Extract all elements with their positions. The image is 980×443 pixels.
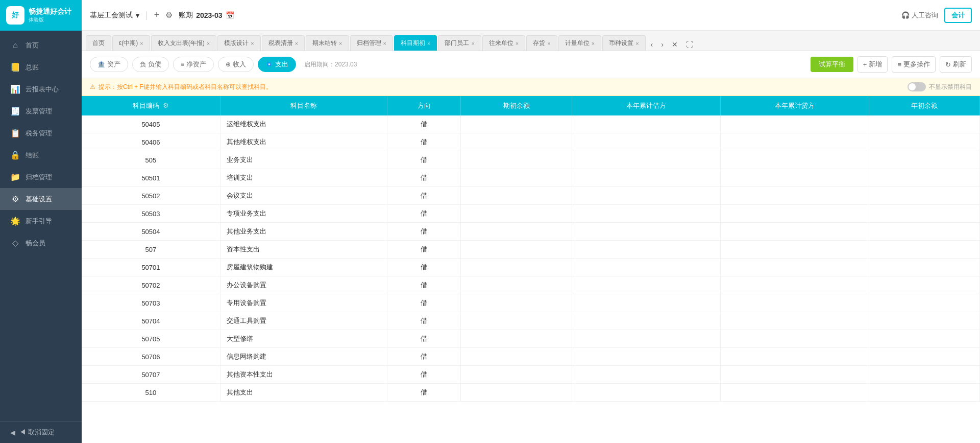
table-row[interactable]: 50502 会议支出 借 [82,187,980,205]
tab-close-icon[interactable]: × [547,40,550,46]
sidebar-item-member[interactable]: ◇畅会员 [0,232,82,254]
sidebar-item-guide[interactable]: 🌟新手引导 [0,210,82,232]
tab-label: 科目期初 [401,39,425,48]
col-ytd-debit: 本年累计借方 [572,96,720,115]
sidebar-item-close[interactable]: 🔒结账 [0,144,82,166]
tab-科目期初[interactable]: 科目期初× [394,35,437,51]
table-row[interactable]: 50702 办公设备购置 借 [82,276,980,294]
sidebar-item-home[interactable]: ⌂首页 [0,35,82,56]
tab-收入支出表年报[interactable]: 收入支出表(年报)× [151,35,216,51]
add-project-icon[interactable]: + [154,10,160,20]
tab-归档管理[interactable]: 归档管理× [350,35,393,51]
table-row[interactable]: 50504 其他业务支出 借 [82,223,980,241]
expense-subtab-icon: 💠 [265,61,273,68]
tab-close-icon[interactable]: × [339,40,342,46]
subtab-income[interactable]: ⊕收入 [218,57,254,72]
tab-close-icon[interactable]: × [207,40,210,46]
table-row[interactable]: 50706 信息网络购建 借 [82,348,980,366]
tab-close-icon[interactable]: × [383,40,386,46]
table-row[interactable]: 50405 运维维权支出 借 [82,115,980,133]
table-row[interactable]: 50406 其他维权支出 借 [82,133,980,151]
sidebar-item-report[interactable]: 📊云报表中心 [0,78,82,100]
tab-close-icon[interactable]: × [516,40,519,46]
consult-button[interactable]: 🎧 人工咨询 [901,11,938,20]
table-header-row: 科目编码 ⚙ 科目名称 方向 期初余额 本年累计借方 本年累计贷方 年初余额 [82,96,980,115]
sidebar-item-ledger[interactable]: 📒总账 [0,56,82,78]
tab-计量单位[interactable]: 计量单位× [558,35,601,51]
cell-ytd-credit [720,259,869,276]
sidebar-item-basic[interactable]: ⚙基础设置 [0,188,82,210]
subtab-liability[interactable]: 负负债 [132,57,169,72]
logo: 好 畅捷通好会计 体验版 [0,0,82,31]
table-row[interactable]: 50707 其他资本性支出 借 [82,366,980,384]
project-selector[interactable]: 基层工会测试 ▾ [90,11,139,20]
tab-label: 往来单位 [489,39,513,48]
cell-code: 50406 [82,133,220,151]
calc-balance-button[interactable]: 试算平衡 [811,57,853,72]
cell-name: 大型修缮 [220,330,387,348]
cell-direction: 借 [387,205,461,223]
table-row[interactable]: 50503 专项业务支出 借 [82,205,980,223]
disable-toggle[interactable] [908,82,926,91]
table-row[interactable]: 50501 培训支出 借 [82,169,980,187]
tab-close-all[interactable]: ✕ [668,38,682,51]
cell-name: 培训支出 [220,169,387,187]
tab-部门员工[interactable]: 部门员工× [438,35,481,51]
tab-close-icon[interactable]: × [592,40,595,46]
table-row[interactable]: 50703 专用设备购置 借 [82,294,980,312]
tab-close-icon[interactable]: × [140,40,143,46]
tab-期末结转[interactable]: 期末结转× [306,35,349,51]
refresh-icon: ↻ [945,61,951,68]
tab-币种设置[interactable]: 币种设置× [602,35,645,51]
tab-close-icon[interactable]: × [471,40,474,46]
refresh-button[interactable]: ↻ 刷新 [940,56,972,73]
netasset-subtab-label: 净资产 [186,60,206,69]
tab-nav-left[interactable]: ‹ [647,38,657,51]
table-row[interactable]: 50704 交通工具购置 借 [82,312,980,330]
tab-close-icon[interactable]: × [251,40,254,46]
invoice-label: 发票管理 [26,107,52,116]
table-row[interactable]: 507 资本性支出 借 [82,241,980,259]
settings-icon[interactable]: ⚙ [165,10,173,20]
cell-code: 50703 [82,294,220,312]
more-actions-button[interactable]: ≡ 更多操作 [892,56,936,73]
subtab-actions: 试算平衡 + 新增 ≡ 更多操作 ↻ 刷新 [811,56,972,73]
tab-存货[interactable]: 存货× [526,35,557,51]
logo-text: 畅捷通好会计 体验版 [29,7,71,24]
tab-close-icon[interactable]: × [427,40,430,46]
add-button[interactable]: + 新增 [857,56,888,73]
tab-税表清册[interactable]: 税表清册× [262,35,305,51]
cell-year-opening [869,276,979,294]
cell-ytd-credit [720,115,869,133]
column-settings-icon[interactable]: ⚙ [163,102,169,109]
sidebar-item-invoice[interactable]: 🧾发票管理 [0,100,82,122]
tab-close-icon[interactable]: × [635,40,639,46]
sidebar-item-archive[interactable]: 📁归档管理 [0,166,82,188]
table-row[interactable]: 505 业务支出 借 [82,151,980,169]
tab-中期[interactable]: ε(中期)× [112,35,150,51]
tab-expand[interactable]: ⛶ [682,38,697,51]
subtab-expense[interactable]: 💠支出 [258,57,296,72]
tab-模版设计[interactable]: 模版设计× [217,35,260,51]
tab-label: ε(中期) [119,39,138,48]
table-row[interactable]: 510 其他支出 借 [82,384,980,402]
table-row[interactable]: 50705 大型修缮 借 [82,330,980,348]
cell-ytd-debit [572,294,720,312]
subtab-netasset[interactable]: ≡净资产 [173,57,214,72]
headset-icon: 🎧 [901,11,910,19]
sidebar-item-tax[interactable]: 📋税务管理 [0,122,82,144]
account-button[interactable]: 会计 [944,8,972,23]
table-row[interactable]: 50701 房屋建筑物购建 借 [82,259,980,276]
calendar-icon[interactable]: 📅 [226,11,234,19]
tab-close-icon[interactable]: × [295,40,298,46]
tab-往来单位[interactable]: 往来单位× [482,35,525,51]
tab-nav-right[interactable]: › [657,38,668,51]
subtab-asset[interactable]: 🏦资产 [90,57,128,72]
cell-year-opening [869,169,979,187]
cell-code: 50705 [82,330,220,348]
add-label: 新增 [869,60,882,69]
period-display: 账期 2023-03 📅 [179,11,234,20]
cell-direction: 借 [387,115,461,133]
sidebar-footer-collapse[interactable]: ◀ ◀ 取消固定 [0,421,82,443]
tab-首页[interactable]: 首页 [86,35,111,51]
